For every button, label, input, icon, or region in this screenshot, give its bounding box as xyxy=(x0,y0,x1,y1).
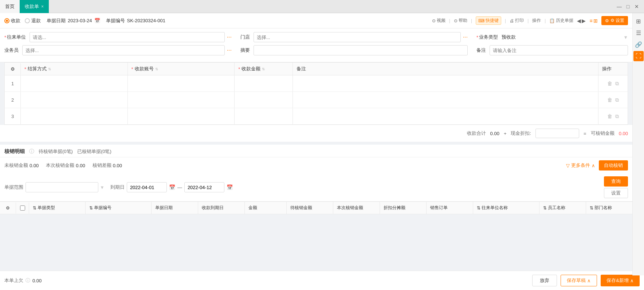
store-more-icon[interactable]: ··· xyxy=(463,34,468,40)
sidebar-expand-icon[interactable]: ⛶ xyxy=(633,51,644,61)
bth-pending: 待核销金额 xyxy=(287,202,333,214)
list-view-btn[interactable]: ≡ xyxy=(589,18,592,24)
minimize-btn[interactable]: — xyxy=(616,4,622,9)
bth-discount: 折扣分摊额 xyxy=(380,202,427,214)
sidebar-attachment-icon[interactable]: 🔗 xyxy=(633,39,644,50)
doc-num-field: 单据编号 SK-20230324-001 xyxy=(106,17,166,24)
bottom-settings-icon[interactable]: ⚙ xyxy=(0,203,16,213)
operation-btn[interactable]: 操作 xyxy=(532,17,541,24)
nav-prev[interactable]: ◀ xyxy=(577,18,581,24)
td-account-2[interactable] xyxy=(128,92,235,108)
staff-more-icon[interactable]: ··· xyxy=(227,47,232,54)
remark-input[interactable] xyxy=(490,45,628,55)
td-remark-3[interactable] xyxy=(293,108,598,124)
bottom-table-header: ⚙ ⇅ 单据类型 ⇅ 单据编号 单据日期 收款到期日 金额 待核销金额 xyxy=(0,201,632,214)
th-settlement: * 结算方式 ⇅ xyxy=(21,63,128,75)
store-field: 门店 ··· xyxy=(240,32,468,42)
td-account-3[interactable] xyxy=(128,108,235,124)
bth-doc-num: ⇅ 单据编号 xyxy=(86,202,152,214)
delete-row-2-icon[interactable]: 🗑 xyxy=(607,97,612,103)
auto-verification-btn[interactable]: 自动核销 xyxy=(599,160,628,171)
due-from-input[interactable] xyxy=(127,182,167,192)
bth-doc-date: 单据日期 xyxy=(152,202,198,214)
refund-option[interactable]: 退款 xyxy=(25,17,41,24)
sidebar-list-icon[interactable]: ☰ xyxy=(633,28,644,38)
delete-row-3-icon[interactable]: 🗑 xyxy=(607,113,612,119)
td-amount-2[interactable] xyxy=(235,92,293,108)
td-account-1[interactable] xyxy=(128,75,235,91)
staff-input[interactable] xyxy=(22,45,225,55)
range-select-input[interactable] xyxy=(25,182,98,192)
select-all-checkbox[interactable] xyxy=(20,205,25,211)
table-row: 2 🗑 ⧉ xyxy=(5,92,628,108)
nav-arrows: ◀ ▶ xyxy=(577,18,586,24)
due-to-calendar-icon[interactable]: 📅 xyxy=(227,184,233,190)
pending-tab[interactable]: 待核销单据(0笔) xyxy=(39,148,73,155)
td-settlement-2[interactable] xyxy=(21,92,128,108)
td-settlement-3[interactable] xyxy=(21,108,128,124)
window-controls: — □ ✕ xyxy=(616,4,644,9)
grid-view-btn[interactable]: ⊞ xyxy=(593,18,598,24)
settings-button[interactable]: ⚙ ⚙ 设置 xyxy=(601,16,628,25)
print-btn[interactable]: 🖨 打印 xyxy=(510,17,524,24)
save-draft-btn[interactable]: 保存草稿 ∧ xyxy=(561,275,597,286)
copy-row-1-icon[interactable]: ⧉ xyxy=(615,81,619,87)
range-select-arrow[interactable]: ▼ xyxy=(100,185,105,190)
table-row: 3 🗑 ⧉ xyxy=(5,108,628,125)
bottom-info-icon[interactable]: ⓘ xyxy=(25,277,30,284)
top-toolbar: 收款 退款 单据日期 2023-03-24 📅 单据编号 SK-20230324… xyxy=(0,13,632,28)
summary-input[interactable] xyxy=(254,45,468,55)
date-field: 单据日期 2023-03-24 📅 xyxy=(47,17,100,24)
due-to-input[interactable] xyxy=(184,182,224,192)
range-field: 单据范围 ▼ xyxy=(4,182,105,192)
business-type-field: * 业务类型 预收款 ▼ xyxy=(476,34,628,40)
th-amount: * 收款金额 ⇅ xyxy=(235,63,293,75)
query-btn[interactable]: 查询 xyxy=(604,176,628,187)
nav-next[interactable]: ▶ xyxy=(582,18,586,24)
maximize-btn[interactable]: □ xyxy=(625,4,631,9)
th-account: * 收款账号 ⇅ xyxy=(128,63,235,75)
td-operation-1: 🗑 ⧉ xyxy=(598,75,628,91)
td-settlement-1[interactable] xyxy=(21,75,128,91)
form-row-2: 业务员 ··· 摘要 备注 xyxy=(4,45,628,55)
tab-close-icon[interactable]: × xyxy=(41,0,44,13)
copy-row-2-icon[interactable]: ⧉ xyxy=(615,97,619,103)
table-settings-btn[interactable]: 设置 xyxy=(604,188,628,198)
bth-this-amount: 本次核销金额 xyxy=(333,202,380,214)
tab-home[interactable]: 首页 xyxy=(0,0,20,13)
date-range-field: 到期日 📅 — 📅 xyxy=(110,182,233,192)
partner-more-icon[interactable]: ··· xyxy=(227,34,232,40)
business-type-arrow[interactable]: ▼ xyxy=(623,35,628,40)
td-remark-2[interactable] xyxy=(293,92,598,108)
delete-row-1-icon[interactable]: 🗑 xyxy=(607,81,612,86)
filter-row: 单据范围 ▼ 到期日 📅 — 📅 查询 设置 xyxy=(0,173,632,201)
td-amount-3[interactable] xyxy=(235,108,293,124)
bottom-checkbox-all[interactable] xyxy=(16,203,29,213)
sidebar-table-icon[interactable]: ⊞ xyxy=(633,16,644,26)
table-settings-icon[interactable]: ⚙ xyxy=(5,63,21,75)
close-btn[interactable]: ✕ xyxy=(634,4,640,9)
date-calendar-icon[interactable]: 📅 xyxy=(94,18,100,23)
tab-current[interactable]: 收款单 × xyxy=(20,0,49,13)
receipt-option[interactable]: 收款 xyxy=(4,17,20,24)
more-conditions-btn[interactable]: ▽ 更多条件 ∧ xyxy=(566,162,595,169)
verification-info-icon[interactable]: ⓘ xyxy=(29,148,34,155)
td-amount-1[interactable] xyxy=(235,75,293,91)
help-btn[interactable]: ⊙ 帮助 xyxy=(454,17,467,24)
store-input[interactable] xyxy=(254,32,461,42)
shortcut-btn[interactable]: ⌨ 快捷键 xyxy=(476,16,501,25)
save-new-btn[interactable]: 保存&新增 ∧ xyxy=(601,275,640,286)
video-btn[interactable]: ⊙ 视频 xyxy=(432,17,445,24)
partner-input[interactable] xyxy=(30,32,225,42)
partner-field: * 往来单位 ··· xyxy=(4,32,232,42)
abandon-btn[interactable]: 放弃 xyxy=(532,275,557,286)
bottom-bar: 本单上欠 ⓘ 0.00 放弃 保存草稿 ∧ 保存&新增 ∧ xyxy=(0,271,644,290)
due-from-calendar-icon[interactable]: 📅 xyxy=(169,184,175,190)
copy-row-3-icon[interactable]: ⧉ xyxy=(615,113,619,119)
receipt-radio[interactable] xyxy=(4,18,9,23)
discount-input[interactable] xyxy=(535,129,579,138)
td-remark-1[interactable] xyxy=(293,75,598,91)
history-btn[interactable]: 📋 历史单据 xyxy=(549,17,573,24)
refund-radio[interactable] xyxy=(25,18,30,23)
bottom-actions: 放弃 保存草稿 ∧ 保存&新增 ∧ xyxy=(532,275,640,286)
